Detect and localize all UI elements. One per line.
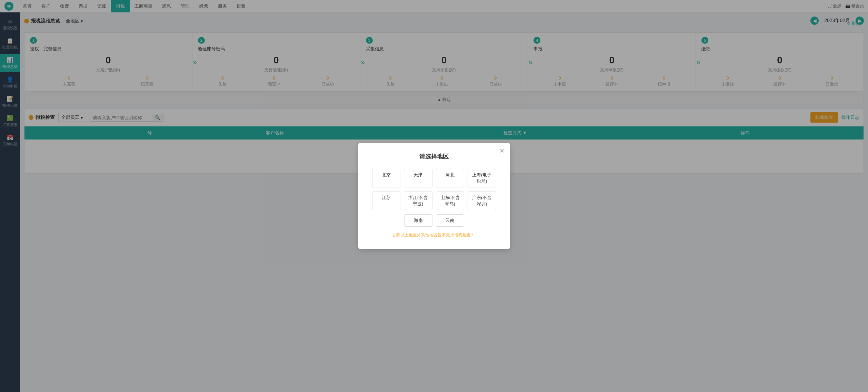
modal-title: 请选择地区 — [372, 153, 496, 161]
region-btn-浙江(不含宁波)[interactable]: 浙江(不含宁波) — [404, 192, 432, 210]
region-select-modal: ✕ 请选择地区 北京天津河北上海(电子税局) 江苏浙江(不含宁波)山东(不含青岛… — [358, 143, 510, 249]
region-btn-天津[interactable]: 天津 — [404, 169, 432, 187]
region-btn-江苏[interactable]: 江苏 — [372, 192, 401, 210]
region-grid-row1: 北京天津河北上海(电子税局) — [372, 169, 496, 187]
warning-icon: ℹ — [393, 233, 395, 238]
modal-overlay: ✕ 请选择地区 北京天津河北上海(电子税局) 江苏浙江(不含宁波)山东(不含青岛… — [0, 0, 868, 392]
region-grid-row2: 江苏浙江(不含宁波)山东(不含青岛)广东(不含深圳) — [372, 192, 496, 210]
region-btn-云南[interactable]: 云南 — [436, 214, 464, 227]
modal-close-btn[interactable]: ✕ — [499, 148, 505, 154]
region-btn-山东(不含青岛)[interactable]: 山东(不含青岛) — [436, 192, 465, 210]
region-btn-海南[interactable]: 海南 — [404, 214, 432, 227]
region-btn-上海(电子税局)[interactable]: 上海(电子税局) — [468, 169, 496, 187]
region-row3: 海南云南 — [372, 214, 496, 227]
region-btn-河北[interactable]: 河北 — [436, 169, 465, 187]
region-warning: ℹ 除以上地区外其他地区暂不支持报税检查！ — [372, 232, 496, 238]
region-btn-北京[interactable]: 北京 — [372, 169, 401, 187]
region-btn-广东(不含深圳)[interactable]: 广东(不含深圳) — [468, 192, 496, 210]
